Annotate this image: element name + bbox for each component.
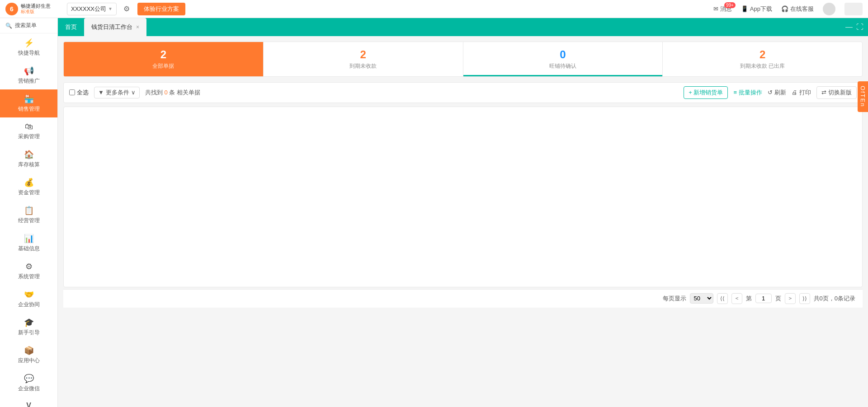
toolbar-right: + 新增销货单 ≡ 批量操作 ↺ 刷新 🖨 打印 ⇄ [684, 86, 857, 99]
print-icon: 🖨 [792, 89, 797, 96]
logo-text: 畅捷通好生意 标准版 [21, 3, 51, 14]
stat-underline-pending [463, 75, 663, 76]
tab-expand-icon[interactable]: ⛶ [856, 23, 863, 31]
message-icon: ✉ [713, 5, 718, 12]
sidebar-item-wechat[interactable]: 💬 企业微信 [0, 369, 57, 397]
batch-operation-button[interactable]: ≡ 批量操作 [733, 89, 762, 97]
page-label: 第 [746, 295, 752, 303]
message-button[interactable]: ✉ 消息 99+ [713, 5, 732, 13]
sidebar-item-system[interactable]: ⚙ 系统管理 [0, 257, 57, 285]
app-download-button[interactable]: 📱 App下载 [741, 5, 772, 13]
stat-number-pending: 0 [472, 48, 654, 61]
page-input[interactable] [755, 294, 772, 303]
download-icon: 📱 [741, 5, 748, 12]
capital-icon: 💰 [24, 178, 34, 187]
online-service-button[interactable]: 🎧 在线客服 [781, 5, 814, 13]
marketing-icon: 📢 [24, 66, 34, 76]
sidebar-item-marketing[interactable]: 📢 营销推广 [0, 61, 57, 89]
company-selector[interactable]: XXXXXX公司 ▼ [67, 3, 117, 15]
top-header: 6 畅捷通好生意 标准版 XXXXXX公司 ▼ ⚙ 体验行业方案 ✉ 消息 99… [0, 0, 868, 18]
switch-icon: ⇄ [821, 89, 826, 96]
switch-version-button[interactable]: ⇄ 切换新版 [816, 86, 857, 99]
select-all-checkbox[interactable]: 全选 [69, 89, 89, 97]
prev-page-button[interactable]: ＜ [731, 293, 742, 304]
tab-active[interactable]: 钱货日清工作台 × [84, 18, 146, 36]
stats-row: 2 全部单据 2 到期未收款 0 旺铺待确认 2 到期未收款 已出库 [63, 42, 863, 77]
basic-info-icon: 📊 [24, 234, 34, 243]
logo-area: 6 畅捷通好生意 标准版 [5, 3, 63, 15]
stat-label-overdue: 到期未收款 [273, 62, 454, 70]
message-badge: 99+ [724, 2, 736, 8]
select-all-input[interactable] [69, 89, 75, 95]
add-sales-order-button[interactable]: + 新增销货单 [684, 86, 728, 99]
sidebar-item-app-center[interactable]: 📦 应用中心 [0, 341, 57, 369]
per-page-select[interactable]: 50 10 20 100 [690, 293, 713, 304]
stat-card-not-shipped[interactable]: 2 到期未收款 已出库 [663, 42, 862, 76]
often-tag[interactable]: OfTEn [858, 81, 868, 112]
batch-icon: ≡ [733, 89, 737, 96]
sidebar-item-member[interactable]: V 畅会员 [0, 397, 57, 407]
first-page-button[interactable]: ⟨⟨ [717, 293, 728, 304]
trial-button[interactable]: 体验行业方案 [137, 3, 185, 15]
more-filters-button[interactable]: ▼ 更多条件 ∨ [94, 87, 140, 98]
operations-icon: 📋 [24, 206, 34, 215]
last-page-button[interactable]: ⟩⟩ [799, 293, 810, 304]
sidebar-item-operations[interactable]: 📋 经营管理 [0, 201, 57, 229]
chevron-down-icon: ▼ [108, 6, 113, 11]
sidebar-item-inventory[interactable]: 🏠 库存核算 [0, 145, 57, 173]
pagination-bar: 每页显示 50 10 20 100 ⟨⟨ ＜ 第 页 ＞ ⟩⟩ 共0页，0条记录 [63, 289, 863, 308]
logo-icon: 6 [5, 3, 18, 15]
tab-close-icon[interactable]: × [136, 24, 139, 30]
settings-icon[interactable]: ⚙ [120, 3, 133, 15]
refresh-icon: ↺ [768, 89, 773, 96]
tab-minimize-icon[interactable]: — [845, 23, 853, 31]
stat-card-all[interactable]: 2 全部单据 [64, 42, 264, 76]
sidebar-item-enterprise[interactable]: 🤝 企业协同 [0, 285, 57, 313]
sidebar-item-quick-nav[interactable]: ⚡ 快捷导航 [0, 33, 57, 61]
enterprise-icon: 🤝 [24, 290, 34, 299]
system-icon: ⚙ [25, 262, 33, 271]
filter-icon: ▼ [98, 89, 104, 96]
content-area: 2 全部单据 2 到期未收款 0 旺铺待确认 2 到期未收款 已出库 [58, 36, 868, 407]
wechat-icon: 💬 [24, 374, 34, 384]
stat-label-pending: 旺铺待确认 [472, 62, 654, 70]
stat-underline-all [64, 75, 263, 76]
quick-nav-icon: ⚡ [24, 38, 34, 48]
sidebar-item-basic-info[interactable]: 📊 基础信息 [0, 229, 57, 257]
stat-card-pending[interactable]: 0 旺铺待确认 [463, 42, 663, 76]
toolbar: 全选 ▼ 更多条件 ∨ 共找到 0 条 相关单据 + 新增销货单 ≡ [63, 82, 863, 103]
search-icon: 🔍 [5, 23, 12, 29]
sidebar-item-purchase[interactable]: 🛍 采购管理 [0, 117, 57, 145]
sidebar-search[interactable]: 🔍 搜索菜单 [0, 18, 57, 33]
sidebar-item-sales[interactable]: 🏪 销售管理 [0, 89, 57, 117]
next-page-button[interactable]: ＞ [785, 293, 796, 304]
stat-number-overdue: 2 [273, 48, 454, 61]
avatar[interactable] [823, 3, 835, 15]
user-menu[interactable] [844, 3, 863, 15]
sidebar: 🔍 搜索菜单 ⚡ 快捷导航 📢 营销推广 🏪 销售管理 🛍 采购管理 🏠 库存核… [0, 18, 58, 407]
stat-number-all: 2 [73, 48, 254, 61]
sidebar-item-guide[interactable]: 🎓 新手引导 [0, 313, 57, 341]
inventory-icon: 🏠 [24, 150, 34, 159]
tab-bar-actions: — ⛶ [845, 23, 868, 31]
main-layout: 🔍 搜索菜单 ⚡ 快捷导航 📢 营销推广 🏪 销售管理 🛍 采购管理 🏠 库存核… [0, 18, 868, 407]
print-button[interactable]: 🖨 打印 [792, 89, 811, 97]
sales-icon: 🏪 [24, 94, 34, 104]
found-text: 共找到 0 条 相关单据 [145, 89, 200, 97]
total-label: 共0页，0条记录 [814, 295, 855, 303]
header-right: ✉ 消息 99+ 📱 App下载 🎧 在线客服 [713, 3, 863, 15]
stat-label-all: 全部单据 [73, 62, 254, 70]
tab-home[interactable]: 首页 [58, 18, 84, 36]
app-center-icon: 📦 [24, 346, 34, 356]
refresh-button[interactable]: ↺ 刷新 [768, 89, 786, 97]
page-suffix: 页 [775, 295, 781, 303]
sidebar-item-capital[interactable]: 💰 资金管理 [0, 173, 57, 201]
table-area [63, 107, 863, 287]
purchase-icon: 🛍 [25, 122, 33, 131]
per-page-label: 每页显示 [663, 295, 686, 303]
stat-card-overdue[interactable]: 2 到期未收款 [264, 42, 463, 76]
tab-bar: 首页 钱货日清工作台 × — ⛶ [58, 18, 868, 36]
guide-icon: 🎓 [24, 318, 34, 327]
chevron-icon: ∨ [131, 89, 136, 96]
headset-icon: 🎧 [781, 5, 788, 12]
